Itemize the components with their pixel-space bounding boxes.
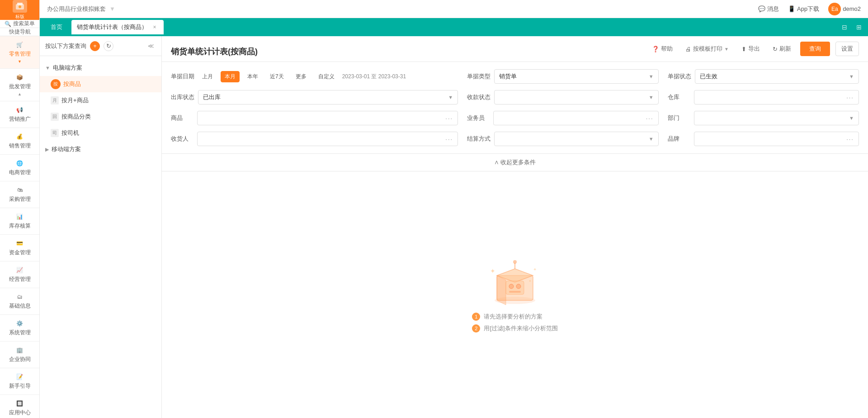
- header-breadcrumb: 办公用品行业模拟账套 ▼: [47, 5, 115, 13]
- doc-status-select[interactable]: 已生效 ▼: [695, 69, 859, 84]
- collapse-panel-btn[interactable]: ≪: [146, 41, 156, 51]
- tab-minimize-btn[interactable]: ⊟: [839, 22, 850, 33]
- settlement-select[interactable]: ▼: [494, 132, 658, 146]
- system-label: 系统管理: [9, 329, 31, 337]
- logo-icon: [13, 0, 27, 13]
- sidebar-item-sales[interactable]: 💰 销售管理: [0, 128, 40, 155]
- tree-section-pc[interactable]: ▼ 电脑端方案: [40, 60, 161, 76]
- sidebar-item-purchase[interactable]: 🛍 采购管理: [0, 181, 40, 208]
- tab-sales-stats[interactable]: 销货单统计计表（按商品） ×: [71, 20, 164, 34]
- operations-label: 经营管理: [9, 276, 31, 283]
- tab-home[interactable]: 首页: [43, 20, 70, 34]
- operations-icon: 📈: [15, 266, 24, 274]
- sidebar-item-wholesale[interactable]: 📦 批发管理 ▲: [0, 69, 40, 101]
- quick-nav-item[interactable]: 快捷导航: [0, 28, 40, 36]
- finance-label: 资金管理: [9, 249, 31, 256]
- template-print-btn[interactable]: 🖨 按模板打印 ▼: [682, 43, 732, 55]
- doc-type-chevron: ▼: [649, 74, 654, 79]
- tab-expand-btn[interactable]: ⊞: [854, 22, 864, 33]
- recipient-label: 收货人: [171, 135, 193, 143]
- goods-select[interactable]: ···: [197, 111, 458, 125]
- collapse-conditions-btn[interactable]: ∧ 收起更多条件: [162, 154, 868, 171]
- sidebar-item-enterprise[interactable]: 🏢 企业协同: [0, 342, 40, 368]
- sidebar-item-marketing[interactable]: 📢 营销推广: [0, 101, 40, 128]
- date-btn-more[interactable]: 更多: [292, 71, 311, 82]
- message-icon: 💬: [758, 5, 765, 12]
- driver-icon: 司: [51, 129, 59, 137]
- date-btn-this-month[interactable]: 本月: [221, 71, 240, 82]
- out-status-select[interactable]: 已出库 ▼: [198, 90, 458, 104]
- tree-item-by-driver[interactable]: 司 按司机: [40, 125, 161, 141]
- tab-close-btn[interactable]: ×: [151, 24, 158, 31]
- date-btn-this-year[interactable]: 本年: [243, 71, 262, 82]
- marketing-label: 营销推广: [9, 115, 31, 123]
- sidebar-item-finance[interactable]: 💳 资金管理: [0, 235, 40, 261]
- filter-doc-status: 单据状态 已生效 ▼: [668, 69, 859, 84]
- dept-chevron: ▼: [849, 115, 854, 121]
- by-month-product-label: 按月+商品: [61, 96, 89, 104]
- add-scheme-btn[interactable]: +: [90, 41, 100, 51]
- empty-text: 1 请先选择要分析的方案 2 用[过滤]条件来缩小分析范围: [472, 313, 557, 332]
- sidebar-item-apps[interactable]: 🔲 应用中心: [0, 395, 40, 418]
- refresh-btn[interactable]: ↻ 刷新: [769, 43, 795, 55]
- refresh-scheme-btn[interactable]: ↻: [104, 41, 113, 51]
- sidebar-item-inventory[interactable]: 📊 库存核算: [0, 208, 40, 235]
- sidebar-item-ecommerce[interactable]: 🌐 电商管理: [0, 155, 40, 181]
- tree-item-by-category[interactable]: 回 按商品分类: [40, 109, 161, 125]
- export-btn[interactable]: ⬆ 导出: [738, 43, 764, 55]
- content-area: 按以下方案查询 + ↻ ≪ ▼ 电脑端方案 按 按商品 月: [40, 36, 868, 418]
- apps-icon: 🔲: [15, 399, 24, 408]
- recipient-select[interactable]: ···: [197, 132, 458, 146]
- sidebar-item-guide[interactable]: 📝 新手引导: [0, 368, 40, 395]
- app-download-btn[interactable]: 📱 App下载: [788, 5, 819, 13]
- filter-recipient: 收货人 ···: [171, 132, 458, 146]
- help-btn[interactable]: ❓ 帮助: [648, 43, 676, 55]
- salesman-select[interactable]: ···: [493, 111, 658, 125]
- tree-section-mobile[interactable]: ▶ 移动端方案: [40, 141, 161, 157]
- search-menu-item[interactable]: 🔍 搜索菜单: [0, 20, 40, 28]
- salesman-label: 业务员: [467, 114, 490, 122]
- settings-btn[interactable]: 设置: [835, 42, 859, 56]
- export-icon: ⬆: [741, 46, 746, 52]
- filter-date: 单据日期 上月 本月 本年 近7天 更多 自定义 2023-03-01 至 20…: [171, 71, 458, 82]
- tree-item-by-product[interactable]: 按 按商品: [40, 76, 161, 92]
- retail-label: 零售管理: [9, 50, 31, 58]
- message-btn[interactable]: 💬 消息: [758, 5, 779, 13]
- warehouse-select[interactable]: ···: [694, 90, 859, 104]
- date-btn-7days[interactable]: 近7天: [266, 71, 288, 82]
- settlement-chevron: ▼: [649, 136, 654, 142]
- guide-label: 新手引导: [9, 382, 31, 390]
- sidebar-item-operations[interactable]: 📈 经营管理: [0, 261, 40, 288]
- sidebar-item-basic[interactable]: 🗂 基础信息: [0, 288, 40, 315]
- tree-item-by-month-product[interactable]: 月 按月+商品: [40, 92, 161, 109]
- dept-select[interactable]: ▼: [694, 111, 859, 125]
- app-logo: 标版: [0, 0, 40, 20]
- filter-brand: 品牌 ···: [668, 132, 859, 146]
- help-icon: ❓: [652, 46, 659, 52]
- filter-salesman: 业务员 ···: [467, 111, 658, 125]
- doc-type-select[interactable]: 销货单 ▼: [494, 69, 658, 84]
- print-icon: 🖨: [685, 46, 691, 52]
- by-category-label: 按商品分类: [61, 113, 91, 121]
- enterprise-icon: 🏢: [15, 346, 24, 354]
- pc-expand-icon: ▼: [45, 65, 50, 71]
- receipt-status-select[interactable]: ▼: [494, 90, 658, 104]
- wholesale-icon: 📦: [15, 73, 24, 81]
- date-quick-select: 上月 本月 本年 近7天 更多 自定义 2023-03-01 至 2023-03…: [198, 71, 458, 82]
- doc-type-label: 单据类型: [467, 72, 491, 81]
- sales-icon: 💰: [15, 133, 24, 141]
- sidebar-item-system[interactable]: ⚙️ 系统管理: [0, 315, 40, 342]
- svg-point-9: [516, 284, 521, 289]
- query-btn[interactable]: 查询: [800, 42, 830, 56]
- svg-rect-1: [17, 3, 23, 5]
- svg-text:✦: ✦: [490, 267, 495, 275]
- brand-select[interactable]: ···: [694, 132, 859, 146]
- sidebar-item-retail[interactable]: 🛒 零售管理 ▼: [0, 36, 40, 69]
- category-icon: 回: [51, 113, 59, 121]
- date-btn-last-month[interactable]: 上月: [198, 71, 217, 82]
- svg-marker-6: [497, 276, 506, 305]
- date-btn-custom[interactable]: 自定义: [314, 71, 339, 82]
- basic-icon: 🗂: [15, 293, 24, 301]
- refresh-label: 刷新: [779, 45, 791, 53]
- user-menu[interactable]: Ea demo2: [828, 3, 861, 15]
